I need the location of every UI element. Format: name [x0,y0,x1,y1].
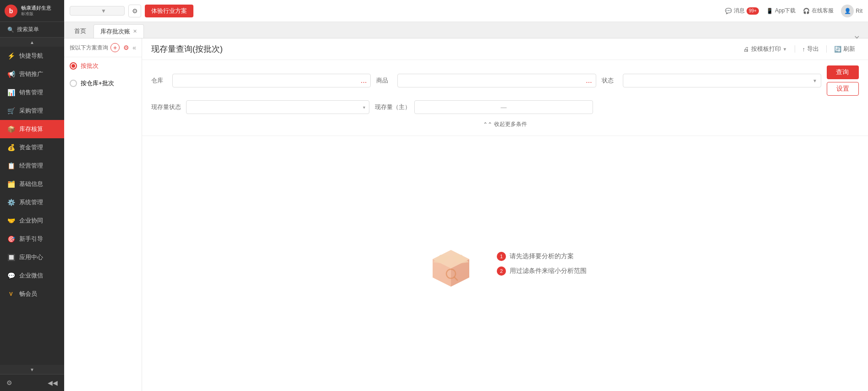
app-download-label: App下载 [775,7,796,15]
status-select[interactable]: ▼ [623,74,821,87]
sidebar-item-marketing[interactable]: 📢 营销推广 [0,65,64,83]
purchase-icon: 🛒 [6,106,16,115]
company-name: 畅康通好生意 [21,5,51,11]
print-label: 按模板打印 [751,45,781,53]
app-center-icon: 🔲 [6,253,16,262]
sidebar-label: 新手引导 [19,235,43,243]
search-icon: 🔍 [7,27,14,33]
collapse-panel-icon[interactable]: « [132,44,136,51]
company-info: 畅康通好生意 标准版 [21,5,51,17]
avatar: 👤 [841,5,854,17]
sidebar-label: 应用中心 [19,253,43,261]
settings-icon[interactable]: ⚙ [6,379,12,386]
page-actions: 🖨 按模板打印 ▼ ↑ 导出 🔄 刷新 [740,43,859,55]
stock-amount-range[interactable]: — [414,100,593,114]
stock-amount-min[interactable] [418,104,498,111]
sidebar-item-newbie[interactable]: 🎯 新手引导 [0,230,64,248]
tip-2-text: 用过滤条件来缩小分析范围 [510,267,587,275]
stock-amount-max[interactable] [510,104,589,111]
breadcrumb[interactable]: ▼ [70,6,125,16]
tip-item-1: 1 请先选择要分析的方案 [497,252,587,261]
sidebar-nav: ⚡ 快捷导航 📢 营销推广 📊 销售管理 🛒 采购管理 📦 库存核算 💰 资金管… [0,47,64,365]
refresh-label: 刷新 [843,45,855,53]
refresh-btn[interactable]: 🔄 刷新 [830,43,859,55]
sidebar-item-member[interactable]: V 畅会员 [0,285,64,303]
collapse-label: 收起更多条件 [494,120,527,128]
tab-home-label: 首页 [74,27,86,35]
scroll-down-btn[interactable]: ▼ [0,365,64,374]
sidebar-item-wechat[interactable]: 💬 企业微信 [0,266,64,285]
sidebar-item-system[interactable]: ⚙️ 系统管理 [0,193,64,212]
app-download-btn[interactable]: 📱 App下载 [766,7,796,15]
export-icon: ↑ [802,46,806,53]
stock-status-chevron-icon: ▾ [363,105,365,110]
divider2 [826,45,827,53]
app-logo: b [5,5,17,17]
topbar-left: ▼ ⚙ 体验行业方案 [70,5,193,17]
product-dots-icon[interactable]: ... [586,76,592,85]
chevron-up-icon: ⌃⌃ [483,121,492,128]
plan-settings-btn[interactable]: ⚙ [121,43,131,52]
sidebar-item-quick-nav[interactable]: ⚡ 快捷导航 [0,47,64,65]
sidebar-item-app-center[interactable]: 🔲 应用中心 [0,248,64,266]
filter-row-2: 现存量状态 ▾ 现存量（主） — [151,100,859,114]
print-btn[interactable]: 🖨 按模板打印 ▼ [740,43,791,55]
operation-icon: 📋 [6,161,16,170]
plan-radio-batch [70,62,77,70]
sidebar-item-operation[interactable]: 📋 经营管理 [0,157,64,175]
sidebar-label: 基础信息 [19,180,43,188]
tab-home[interactable]: 首页 [68,24,93,38]
left-panel-title: 按以下方案查询 [70,44,108,52]
sidebar-label: 企业协同 [19,217,43,225]
filter-settings-btn[interactable]: 设置 [827,82,859,96]
sidebar-item-purchase[interactable]: 🛒 采购管理 [0,102,64,120]
sidebar-item-basic[interactable]: 🗂️ 基础信息 [0,175,64,193]
right-panel: 现存量查询(按批次) 🖨 按模板打印 ▼ ↑ 导出 🔄 [142,38,868,391]
sidebar-item-collab[interactable]: 🤝 企业协同 [0,212,64,230]
sidebar-item-inventory[interactable]: 📦 库存核算 [0,120,64,138]
product-filter: 商品 ... [376,74,596,87]
stock-status-select[interactable]: ▾ [186,100,369,114]
main-area: ▼ ⚙ 体验行业方案 💬 消息 99+ 📱 App下载 🎧 在线客服 👤 Rit [64,0,868,391]
tab-inventory-batch-label: 库存批次账 [100,27,130,36]
query-btn[interactable]: 查询 [827,65,859,79]
sidebar-label: 系统管理 [19,198,43,206]
empty-tips: 1 请先选择要分析的方案 2 用过滤条件来缩小分析范围 [497,252,587,276]
plan-item-by-batch[interactable]: 按批次 [64,57,142,75]
left-panel-actions: + ⚙ « [110,43,136,52]
add-plan-btn[interactable]: + [110,43,120,52]
topbar-right: 💬 消息 99+ 📱 App下载 🎧 在线客服 👤 Rit [725,5,863,17]
export-btn[interactable]: ↑ 导出 [799,43,823,55]
sidebar-footer: ⚙ ◀◀ [0,374,64,391]
content-area: 按以下方案查询 + ⚙ « 按批次 按仓库+批次 [64,38,868,391]
print-icon: 🖨 [743,46,749,53]
warehouse-input[interactable]: ... [172,74,371,87]
collapse-sidebar-icon[interactable]: ◀◀ [48,379,58,386]
tab-inventory-batch[interactable]: 库存批次账 ✕ [93,24,144,38]
page-header: 现存量查询(按批次) 🖨 按模板打印 ▼ ↑ 导出 🔄 [142,38,868,60]
stock-status-filter: 现存量状态 ▾ [151,100,369,114]
scroll-up-btn[interactable]: ▲ [0,38,64,47]
warehouse-dots-icon[interactable]: ... [361,76,367,85]
search-menu-item[interactable]: 🔍 搜索菜单 [0,22,64,38]
tip-1-text: 请先选择要分析的方案 [510,252,574,261]
user-menu[interactable]: 👤 Rit [841,5,863,17]
experience-btn[interactable]: 体验行业方案 [145,5,193,17]
customer-service-btn[interactable]: 🎧 在线客服 [803,7,834,15]
plan-item-by-warehouse-batch[interactable]: 按仓库+批次 [64,75,142,92]
app-edition: 标准版 [21,11,51,17]
topbar-settings-btn[interactable]: ⚙ [128,5,141,17]
sidebar-item-sales[interactable]: 📊 销售管理 [0,83,64,102]
collapse-conditions-btn[interactable]: ⌃⌃ 收起更多条件 [151,119,859,130]
sidebar-label: 快捷导航 [19,52,43,60]
sidebar-item-finance[interactable]: 💰 资金管理 [0,138,64,157]
empty-box-svg [423,236,478,291]
quick-nav-icon: ⚡ [6,51,16,60]
messages-btn[interactable]: 💬 消息 99+ [725,7,759,15]
newbie-icon: 🎯 [6,234,16,244]
tab-close-icon[interactable]: ✕ [133,28,137,34]
member-icon: V [6,289,16,299]
wechat-icon: 💬 [6,271,16,280]
product-input[interactable]: ... [397,74,596,87]
sidebar-label: 企业微信 [19,272,43,280]
